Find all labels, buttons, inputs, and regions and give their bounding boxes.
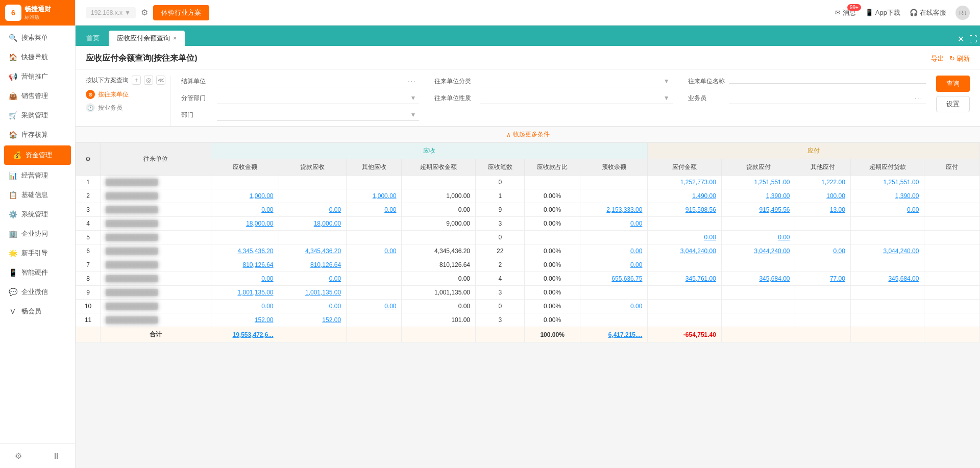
partner-name-input[interactable]: [729, 79, 926, 84]
sidebar-item-search[interactable]: 🔍搜索菜单: [0, 28, 75, 47]
query-button[interactable]: 查询: [936, 76, 970, 92]
filter-add-icon[interactable]: +: [132, 76, 141, 85]
cell-link[interactable]: 3,044,240.00: [648, 244, 722, 258]
sidebar-item-quicknav[interactable]: 🏠快捷导航: [0, 47, 75, 67]
cell-link[interactable]: 3,044,240.00: [721, 244, 795, 258]
settlement-input[interactable]: ···: [217, 76, 419, 87]
department-input[interactable]: ▼: [217, 109, 419, 121]
sidebar-item-operations[interactable]: 📊经营管理: [0, 166, 75, 185]
cell-link[interactable]: 0.00: [580, 217, 648, 231]
cell-link[interactable]: 1,390.00: [850, 189, 924, 203]
filter-target-icon[interactable]: ◎: [144, 76, 153, 85]
cell-link[interactable]: 3,044,240.00: [850, 244, 924, 258]
cell-link[interactable]: 0.00: [721, 231, 795, 244]
partner-type-input[interactable]: ▼: [480, 92, 672, 104]
cell-link[interactable]: 0.00: [795, 244, 850, 258]
cell-link[interactable]: 0.00: [580, 258, 648, 272]
cell-link[interactable]: 0.00: [850, 203, 924, 217]
window-close-icon[interactable]: ✕: [958, 34, 964, 44]
sidebar-item-finance[interactable]: 💰资金管理: [4, 145, 71, 165]
sidebar-item-wechat[interactable]: 💬企业微信: [0, 282, 75, 302]
sidebar-label-purchase: 采购管理: [21, 111, 48, 120]
tab-home[interactable]: 首页: [78, 31, 108, 46]
cell-link[interactable]: 345,761.00: [648, 272, 722, 286]
topbar-gear-icon[interactable]: ⚙: [141, 8, 148, 17]
total-prepaid[interactable]: 6,417,215....: [580, 327, 648, 342]
sidebar-settings-icon[interactable]: ⚙: [12, 448, 25, 464]
sidebar-item-basic[interactable]: 📋基础信息: [0, 185, 75, 205]
cell-link[interactable]: 18,000.00: [211, 217, 279, 231]
filter-option-partner[interactable]: ⚙ 按往来单位: [86, 90, 165, 99]
table-settings-icon[interactable]: ⚙: [85, 156, 91, 163]
cell-link[interactable]: 0.00: [347, 244, 402, 258]
cell-link[interactable]: 0.00: [279, 272, 347, 286]
cell-link[interactable]: 1,222.00: [795, 176, 850, 189]
cell-link[interactable]: 810,126.64: [279, 258, 347, 272]
th-settings[interactable]: ⚙: [76, 143, 101, 176]
cell-link[interactable]: 1,252,773.00: [648, 176, 722, 189]
sidebar-item-system[interactable]: ⚙️系统管理: [0, 205, 75, 224]
sidebar-item-hardware[interactable]: 📱智能硬件: [0, 263, 75, 282]
cell-link[interactable]: 4,345,436.20: [211, 244, 279, 258]
message-button[interactable]: ✉ 消息 99+: [835, 8, 856, 17]
cell-link[interactable]: 1,251,551.00: [850, 176, 924, 189]
cell-link[interactable]: 1,000.00: [211, 189, 279, 203]
cell-link[interactable]: 0.00: [279, 300, 347, 313]
address-bar[interactable]: 192.168.x.x ▼: [86, 7, 136, 18]
cell-link[interactable]: 2,153,333.00: [580, 203, 648, 217]
sidebar-collapse-icon[interactable]: ⏸: [49, 449, 63, 464]
cell-link[interactable]: 4,345,436.20: [279, 244, 347, 258]
user-avatar[interactable]: Rit: [955, 6, 970, 20]
cell-link[interactable]: 0.00: [211, 272, 279, 286]
window-maximize-icon[interactable]: ⛶: [969, 35, 977, 44]
cell-link[interactable]: 345,684.00: [721, 272, 795, 286]
sidebar-item-inventory[interactable]: 🏠库存核算: [0, 125, 75, 144]
cell-link[interactable]: 100.00: [795, 189, 850, 203]
sidebar-item-purchase[interactable]: 🛒采购管理: [0, 106, 75, 125]
dept-input[interactable]: ▼: [217, 92, 419, 104]
total-ar-amount[interactable]: 19,553,472,6...: [211, 327, 279, 342]
cell-link[interactable]: 0.00: [347, 203, 402, 217]
sidebar-item-member[interactable]: V畅会员: [0, 302, 75, 321]
cell-link[interactable]: 18,000.00: [279, 217, 347, 231]
cell-link[interactable]: 0.00: [211, 300, 279, 313]
sidebar-item-sales[interactable]: 👜销售管理: [0, 86, 75, 106]
cell-link[interactable]: 0.00: [648, 231, 722, 244]
cell-link[interactable]: 915,495.56: [721, 203, 795, 217]
partner-category-input[interactable]: ▼: [480, 76, 672, 87]
sidebar-item-marketing[interactable]: 📢营销推广: [0, 67, 75, 86]
cell-link[interactable]: 1,000.00: [347, 189, 402, 203]
cell-link[interactable]: 0.00: [279, 203, 347, 217]
sidebar-item-enterprise[interactable]: 🏢企业协同: [0, 224, 75, 243]
cell-link[interactable]: 152.00: [211, 313, 279, 327]
salesperson-input[interactable]: ···: [729, 92, 926, 104]
cell-link[interactable]: 345,684.00: [850, 272, 924, 286]
cell-link[interactable]: 1,001,135.00: [211, 286, 279, 300]
cell-link[interactable]: 0.00: [347, 300, 402, 313]
cell-link[interactable]: 915,508.56: [648, 203, 722, 217]
cell-link[interactable]: 1,251,551.00: [721, 176, 795, 189]
cell-link[interactable]: 810,126.64: [211, 258, 279, 272]
cell-link[interactable]: 13.00: [795, 203, 850, 217]
cell-link[interactable]: 0.00: [580, 244, 648, 258]
sidebar-item-guide[interactable]: 🌟新手引导: [0, 243, 75, 263]
filter-option-salesman[interactable]: 🕐 按业务员: [86, 103, 165, 112]
cell-link[interactable]: 77.00: [795, 272, 850, 286]
cell-link[interactable]: 1,490.00: [648, 189, 722, 203]
set-button[interactable]: 设置: [936, 96, 970, 112]
cell-link[interactable]: 655,636.75: [580, 272, 648, 286]
tab-ar-ap[interactable]: 应收应付余额查询 ×: [109, 31, 185, 46]
cell-link[interactable]: 1,001,135.00: [279, 286, 347, 300]
cell-link[interactable]: 0.00: [211, 203, 279, 217]
online-service-button[interactable]: 🎧 在线客服: [910, 8, 946, 17]
cell-link[interactable]: 0.00: [580, 300, 648, 313]
collapse-bar[interactable]: ∧ 收起更多条件: [76, 127, 980, 142]
app-download-button[interactable]: 📱 App下载: [865, 8, 900, 17]
tab-close-icon[interactable]: ×: [173, 35, 177, 42]
trial-button[interactable]: 体验行业方案: [153, 5, 209, 20]
refresh-button[interactable]: ↻ 刷新: [949, 54, 970, 63]
filter-collapse-icon[interactable]: ≪: [156, 76, 165, 85]
export-button[interactable]: 导出: [931, 54, 944, 63]
cell-link[interactable]: 1,390.00: [721, 189, 795, 203]
cell-link[interactable]: 152.00: [279, 313, 347, 327]
